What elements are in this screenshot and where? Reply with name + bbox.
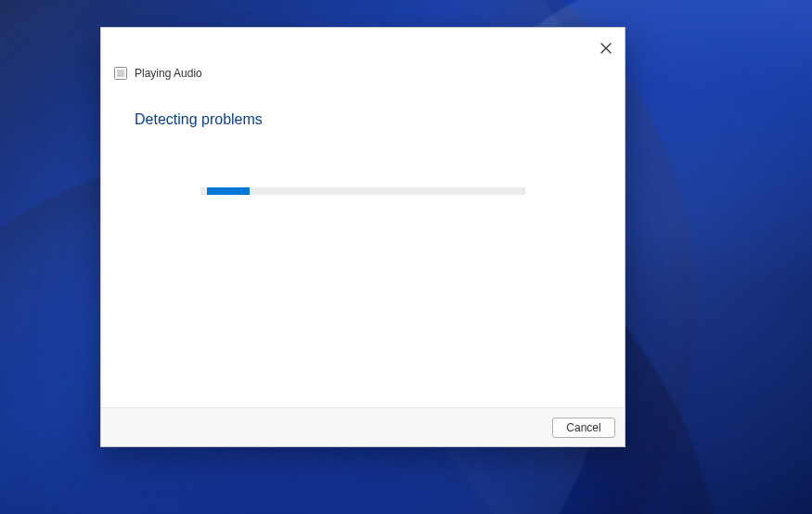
progress-bar bbox=[135, 187, 591, 195]
cancel-button[interactable]: Cancel bbox=[552, 418, 615, 438]
title-bar bbox=[101, 28, 625, 48]
close-icon bbox=[600, 41, 612, 58]
dialog-header: Playing Audio bbox=[101, 48, 625, 82]
dialog-footer: Cancel bbox=[101, 407, 625, 446]
svg-rect-1 bbox=[117, 70, 124, 77]
troubleshooter-dialog: Playing Audio Detecting problems Cancel bbox=[100, 27, 625, 447]
progress-fill bbox=[207, 187, 250, 195]
dialog-body: Detecting problems bbox=[101, 82, 625, 407]
troubleshooter-icon bbox=[114, 67, 127, 80]
window-title: Playing Audio bbox=[135, 67, 202, 80]
progress-track bbox=[200, 187, 525, 195]
status-heading: Detecting problems bbox=[135, 111, 591, 128]
close-button[interactable] bbox=[593, 39, 619, 59]
